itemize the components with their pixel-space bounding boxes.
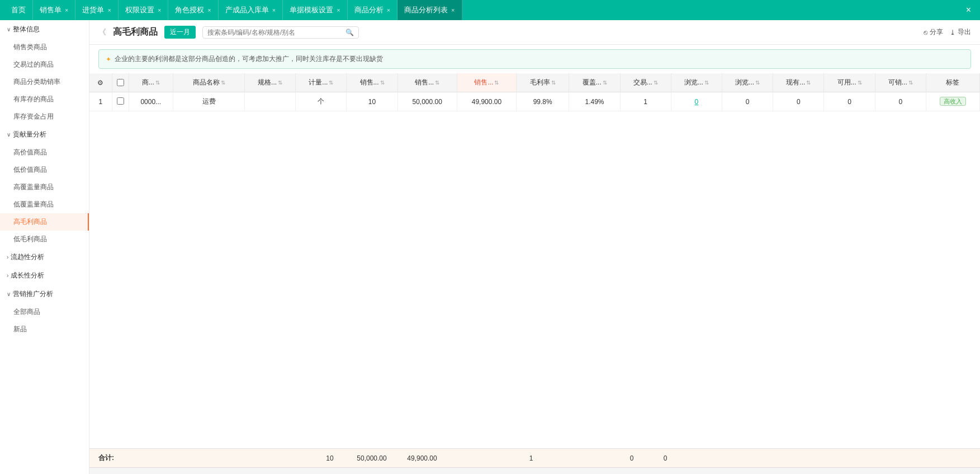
footer-transaction: 1 xyxy=(514,454,548,462)
search-icon[interactable]: 🔍 xyxy=(345,29,354,36)
col-sales-cost[interactable]: 销售...⇅ xyxy=(457,73,516,92)
col-code[interactable]: 商...⇅ xyxy=(129,73,173,92)
nav-tab-permissions[interactable]: 权限设置 × xyxy=(119,0,168,20)
sidebar-item-category-rate[interactable]: 商品分类助销率 xyxy=(0,73,89,91)
content-header: 《 高毛利商品 近一月 🔍 ⎋ 分享 ⤓ 导出 xyxy=(89,20,980,45)
sidebar-group-overall[interactable]: ∨ 整体信息 xyxy=(0,20,89,39)
cell-spec xyxy=(245,92,296,111)
sidebar-item-sales-goods[interactable]: 销售类商品 xyxy=(0,39,89,56)
nav-tab-roles[interactable]: 角色授权 × xyxy=(168,0,218,20)
nav-tab-analysis[interactable]: 商品分析 × xyxy=(348,0,397,20)
search-input[interactable] xyxy=(207,29,345,36)
chevron-down-icon: ∨ xyxy=(7,291,11,297)
nav-tab-analysis-list[interactable]: 商品分析列表 × xyxy=(397,0,462,20)
chevron-down-icon: ∨ xyxy=(7,26,11,32)
view1-link[interactable]: 0 xyxy=(695,98,699,106)
sidebar-item-high-coverage[interactable]: 高覆盖量商品 xyxy=(0,179,89,196)
sidebar-item-low-value[interactable]: 低价值商品 xyxy=(0,161,89,179)
collapse-button[interactable]: 《 xyxy=(98,27,106,37)
close-icon[interactable]: × xyxy=(337,7,340,13)
col-available[interactable]: 可用...⇅ xyxy=(824,73,875,92)
sidebar-item-all-goods[interactable]: 全部商品 xyxy=(0,303,89,321)
cell-sales-amount: 50,000.00 xyxy=(397,92,457,111)
sidebar-item-low-coverage[interactable]: 低覆盖量商品 xyxy=(0,196,89,213)
sidebar-group-growth[interactable]: › 成长性分析 xyxy=(0,266,89,285)
sidebar-item-new-goods[interactable]: 新品 xyxy=(0,321,89,338)
close-icon[interactable]: × xyxy=(65,7,68,13)
sort-icon: ⇅ xyxy=(155,79,160,86)
sidebar-group-contribution[interactable]: ∨ 贡献量分析 xyxy=(0,125,89,144)
select-all-checkbox[interactable] xyxy=(117,79,124,86)
col-spec[interactable]: 规格...⇅ xyxy=(245,73,296,92)
data-table-wrapper[interactable]: ⚙ 商...⇅ 商品名称⇅ 规格...⇅ xyxy=(89,73,980,448)
time-filter-button[interactable]: 近一月 xyxy=(164,26,196,39)
footer-sales-qty: 10 xyxy=(313,454,347,462)
chevron-down-icon: ∨ xyxy=(7,132,11,138)
nav-tab-inbound[interactable]: 产成品入库单 × xyxy=(219,0,283,20)
cell-sales-cost: 49,900.00 xyxy=(457,92,516,111)
cell-view1[interactable]: 0 xyxy=(671,92,722,111)
footer-available: 0 xyxy=(648,454,682,462)
col-view1[interactable]: 浏览...⇅ xyxy=(671,73,722,92)
footer-current-stock: 0 xyxy=(615,454,648,462)
col-gross-margin[interactable]: 毛利率⇅ xyxy=(517,73,569,92)
export-button[interactable]: ⤓ 导出 xyxy=(950,27,971,37)
col-settings[interactable]: ⚙ xyxy=(89,73,112,92)
top-nav: 首页 销售单 × 进货单 × 权限设置 × 角色授权 × 产成品入库单 × 单据… xyxy=(0,0,980,20)
cell-current-stock: 0 xyxy=(773,92,824,111)
close-icon[interactable]: × xyxy=(272,7,276,13)
cell-transaction: 1 xyxy=(620,92,671,111)
cell-sales-qty: 10 xyxy=(347,92,397,111)
close-icon[interactable]: × xyxy=(207,7,211,13)
close-icon[interactable]: × xyxy=(107,7,111,13)
close-icon[interactable]: × xyxy=(451,7,455,13)
nav-tab-sales[interactable]: 销售单 × xyxy=(33,0,75,20)
export-icon: ⤓ xyxy=(950,29,955,36)
sidebar-item-traded-goods[interactable]: 交易过的商品 xyxy=(0,56,89,73)
sidebar-group-marketing[interactable]: ∨ 营销推广分析 xyxy=(0,285,89,303)
cell-coverage: 1.49% xyxy=(569,92,620,111)
col-sellable[interactable]: 可销...⇅ xyxy=(875,73,926,92)
col-sales-amount[interactable]: 销售...⇅ xyxy=(397,73,457,92)
sidebar-item-high-margin[interactable]: 高毛利商品 xyxy=(0,213,89,231)
sort-icon: ⇅ xyxy=(806,79,811,86)
horizontal-scrollbar[interactable] xyxy=(89,467,980,474)
row-checkbox[interactable] xyxy=(117,97,124,105)
table-footer: 合计: 10 50,000.00 49,900.00 1 0 0 xyxy=(89,448,980,467)
col-name[interactable]: 商品名称⇅ xyxy=(173,73,245,92)
nav-tab-purchase[interactable]: 进货单 × xyxy=(75,0,118,20)
col-sales-qty[interactable]: 销售...⇅ xyxy=(347,73,397,92)
close-icon[interactable]: × xyxy=(387,7,390,13)
sidebar-item-low-margin[interactable]: 低毛利商品 xyxy=(0,231,89,248)
nav-tab-template[interactable]: 单据模板设置 × xyxy=(283,0,347,20)
nav-tab-home[interactable]: 首页 xyxy=(4,0,33,20)
col-unit[interactable]: 计量...⇅ xyxy=(296,73,347,92)
sort-icon: ⇅ xyxy=(221,79,225,86)
page-title: 高毛利商品 xyxy=(113,26,158,38)
close-icon[interactable]: × xyxy=(158,7,161,13)
cell-view2: 0 xyxy=(722,92,773,111)
sidebar-item-high-value[interactable]: 高价值商品 xyxy=(0,144,89,161)
col-transaction[interactable]: 交易...⇅ xyxy=(620,73,671,92)
col-view2[interactable]: 浏览...⇅ xyxy=(722,73,773,92)
sidebar-item-stock-capital[interactable]: 库存资金占用 xyxy=(0,108,89,125)
col-coverage[interactable]: 覆盖...⇅ xyxy=(569,73,620,92)
footer-sales-amount: 50,000.00 xyxy=(347,454,397,462)
cell-checkbox[interactable] xyxy=(112,92,129,111)
sort-icon: ⇅ xyxy=(704,79,709,86)
main-container: ∨ 整体信息 销售类商品 交易过的商品 商品分类助销率 有库存的商品 库存资金占… xyxy=(0,20,980,474)
window-close-button[interactable]: × xyxy=(962,5,976,15)
content-area: 《 高毛利商品 近一月 🔍 ⎋ 分享 ⤓ 导出 ✦ 企业的主要的利润都是这部 xyxy=(89,20,980,474)
col-current-stock[interactable]: 现有...⇅ xyxy=(773,73,824,92)
sort-icon: ⇅ xyxy=(494,79,499,86)
sidebar-group-trend[interactable]: › 流趋性分析 xyxy=(0,248,89,266)
col-checkbox[interactable] xyxy=(112,73,129,92)
search-box: 🔍 xyxy=(202,26,359,39)
sidebar-item-stocked-goods[interactable]: 有库存的商品 xyxy=(0,91,89,108)
sort-icon: ⇅ xyxy=(908,79,913,86)
cell-name: 运费 xyxy=(173,92,245,111)
sort-icon: ⇅ xyxy=(858,79,862,86)
share-button[interactable]: ⎋ 分享 xyxy=(924,27,943,37)
cell-available: 0 xyxy=(824,92,875,111)
tag-badge: 高收入 xyxy=(940,97,966,106)
